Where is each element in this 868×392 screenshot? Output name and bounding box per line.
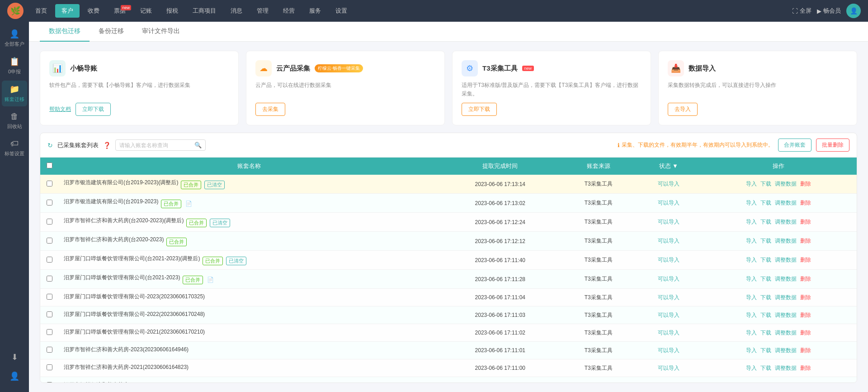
action-下载[interactable]: 下载	[760, 257, 771, 263]
file-icon[interactable]: 📄	[207, 277, 214, 283]
nav-item-msg[interactable]: 消息	[224, 4, 249, 18]
search-input[interactable]	[119, 142, 192, 148]
action-下载[interactable]: 下载	[760, 219, 771, 225]
user-avatar[interactable]: 👤	[846, 4, 861, 18]
nav-item-customer[interactable]: 客户	[55, 4, 80, 18]
action-下载[interactable]: 下载	[760, 238, 771, 244]
action-调整数据[interactable]: 调整数据	[775, 330, 797, 336]
nav-item-home[interactable]: 首页	[29, 4, 53, 18]
action-调整数据[interactable]: 调整数据	[775, 312, 797, 318]
file-icon[interactable]: 📄	[185, 201, 192, 207]
action-删除[interactable]: 删除	[800, 219, 811, 225]
sidebar-item-account-migrate[interactable]: 📁 账套迁移	[2, 81, 27, 106]
action-删除[interactable]: 删除	[800, 382, 811, 383]
action-导入[interactable]: 导入	[746, 330, 757, 336]
row-time: 2023-06-06 17:11:28	[440, 270, 560, 289]
nav-item-bookkeeping[interactable]: 记账	[134, 4, 158, 18]
action-导入[interactable]: 导入	[746, 238, 757, 244]
action-导入[interactable]: 导入	[746, 382, 757, 383]
nav-item-mgmt[interactable]: 管理	[250, 4, 275, 18]
action-调整数据[interactable]: 调整数据	[775, 365, 797, 371]
action-删除[interactable]: 删除	[800, 294, 811, 301]
row-checkbox-9[interactable]	[47, 329, 52, 335]
action-导入[interactable]: 导入	[746, 219, 757, 225]
action-导入[interactable]: 导入	[746, 294, 757, 301]
search-icon[interactable]: 🔍	[194, 142, 202, 148]
download-btn-t3tool[interactable]: 立即下载	[462, 103, 497, 116]
help-doc-link[interactable]: 帮助文档	[49, 105, 71, 113]
action-下载[interactable]: 下载	[760, 181, 771, 187]
action-删除[interactable]: 删除	[800, 365, 811, 371]
action-删除[interactable]: 删除	[800, 347, 811, 354]
sidebar-item-trash[interactable]: 🗑 回收站	[2, 108, 27, 134]
action-下载[interactable]: 下载	[760, 276, 771, 282]
tab-audit-export[interactable]: 审计文件导出	[133, 22, 189, 42]
action-删除[interactable]: 删除	[800, 238, 811, 244]
action-下载[interactable]: 下载	[760, 294, 771, 301]
nav-item-ops[interactable]: 经营	[277, 4, 301, 18]
action-调整数据[interactable]: 调整数据	[775, 200, 797, 206]
collect-btn-yuncp[interactable]: 去采集	[255, 103, 285, 116]
sidebar-item-zero-declare[interactable]: 📋 0申报	[2, 53, 27, 79]
row-checkbox-11[interactable]	[47, 364, 52, 370]
action-调整数据[interactable]: 调整数据	[775, 257, 797, 263]
row-checkbox-12[interactable]	[47, 382, 52, 383]
action-调整数据[interactable]: 调整数据	[775, 294, 797, 301]
action-导入[interactable]: 导入	[746, 365, 757, 371]
action-调整数据[interactable]: 调整数据	[775, 238, 797, 244]
action-下载[interactable]: 下载	[760, 365, 771, 371]
action-导入[interactable]: 导入	[746, 200, 757, 206]
nav-item-charge[interactable]: 收费	[81, 4, 106, 18]
row-checkbox-5[interactable]	[47, 257, 52, 263]
row-checkbox-4[interactable]	[47, 238, 52, 244]
action-下载[interactable]: 下载	[760, 347, 771, 354]
action-调整数据[interactable]: 调整数据	[775, 347, 797, 354]
action-导入[interactable]: 导入	[746, 181, 757, 187]
action-删除[interactable]: 删除	[800, 181, 811, 187]
nav-item-tax[interactable]: 报税	[160, 4, 184, 18]
action-删除[interactable]: 删除	[800, 330, 811, 336]
nav-item-service[interactable]: 服务	[303, 4, 327, 18]
action-调整数据[interactable]: 调整数据	[775, 276, 797, 282]
action-删除[interactable]: 删除	[800, 257, 811, 263]
action-删除[interactable]: 删除	[800, 200, 811, 206]
help-icon[interactable]: ❓	[103, 142, 111, 149]
action-下载[interactable]: 下载	[760, 312, 771, 318]
action-调整数据[interactable]: 调整数据	[775, 219, 797, 225]
batch-delete-button[interactable]: 批量删除	[816, 139, 849, 152]
nav-item-biz[interactable]: 工商项目	[186, 4, 222, 18]
row-checkbox-1[interactable]	[47, 181, 52, 186]
row-checkbox-10[interactable]	[47, 347, 52, 353]
nav-item-settings[interactable]: 设置	[329, 4, 354, 18]
tab-backup-migrate[interactable]: 备份迁移	[90, 22, 133, 42]
row-checkbox-7[interactable]	[47, 294, 52, 300]
action-调整数据[interactable]: 调整数据	[775, 181, 797, 187]
vip-button[interactable]: ▶ 畅会员	[817, 7, 841, 15]
refresh-icon[interactable]: ↻	[47, 142, 53, 149]
action-下载[interactable]: 下载	[760, 330, 771, 336]
action-导入[interactable]: 导入	[746, 347, 757, 354]
merge-account-button[interactable]: 合并账套	[778, 139, 811, 152]
import-btn-dataimport[interactable]: 去导入	[668, 103, 698, 116]
fullscreen-button[interactable]: ⛶ 全屏	[792, 7, 811, 15]
action-下载[interactable]: 下载	[760, 200, 771, 206]
tab-data-migrate[interactable]: 数据包迁移	[40, 22, 90, 42]
action-导入[interactable]: 导入	[746, 257, 757, 263]
action-导入[interactable]: 导入	[746, 312, 757, 318]
action-调整数据[interactable]: 调整数据	[775, 382, 797, 383]
select-all-checkbox[interactable]	[47, 163, 52, 168]
nav-item-invoice[interactable]: 票据 new	[108, 4, 132, 18]
download-btn-xiaochangzhang[interactable]: 立即下载	[75, 103, 111, 116]
action-导入[interactable]: 导入	[746, 276, 757, 282]
sidebar-item-profile[interactable]: 👤	[2, 368, 27, 385]
action-下载[interactable]: 下载	[760, 382, 771, 383]
action-删除[interactable]: 删除	[800, 276, 811, 282]
row-checkbox-3[interactable]	[47, 219, 52, 225]
row-checkbox-2[interactable]	[47, 200, 52, 206]
row-checkbox-6[interactable]	[47, 276, 52, 282]
action-删除[interactable]: 删除	[800, 312, 811, 318]
sidebar-item-all-customers[interactable]: 👤 全部客户	[2, 25, 27, 51]
sidebar-item-tags[interactable]: 🏷 标签设置	[2, 135, 27, 161]
row-checkbox-8[interactable]	[47, 311, 52, 317]
sidebar-item-download[interactable]: ⬇	[2, 349, 27, 366]
